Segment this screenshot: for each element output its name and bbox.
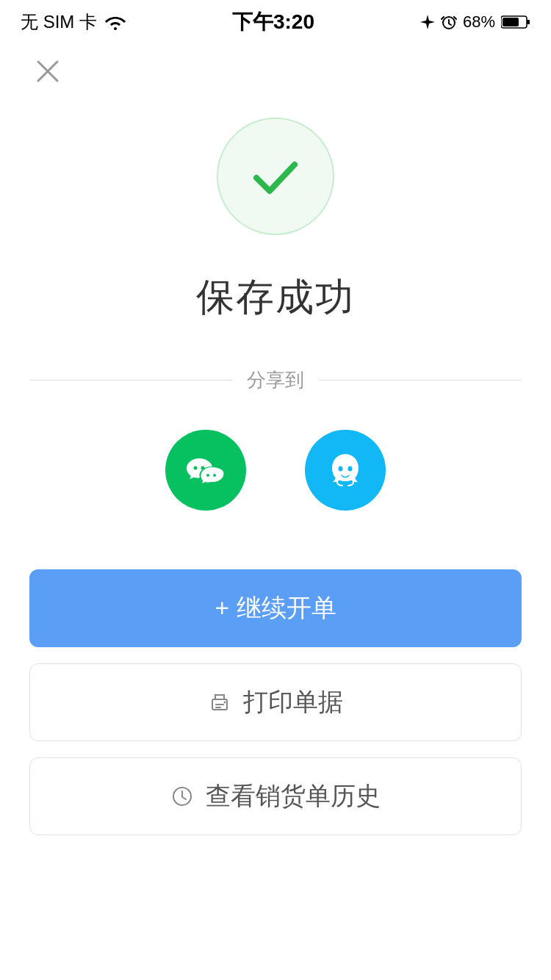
svg-point-11	[339, 466, 343, 472]
success-circle	[217, 118, 334, 235]
svg-rect-15	[215, 707, 221, 708]
battery-text: 68%	[463, 12, 495, 32]
share-icons	[29, 430, 522, 511]
svg-rect-3	[503, 18, 519, 26]
svg-rect-2	[527, 20, 530, 24]
main-content: 保存成功 分享到	[0, 44, 551, 835]
status-left: 无 SIM 卡	[21, 10, 126, 34]
success-title: 保存成功	[196, 272, 355, 323]
battery-icon	[501, 15, 530, 29]
status-right: 68%	[420, 12, 530, 32]
svg-point-9	[206, 474, 209, 477]
svg-point-7	[194, 466, 198, 470]
print-label: 打印单据	[243, 685, 343, 719]
svg-point-8	[201, 466, 205, 470]
location-icon	[420, 15, 435, 29]
wechat-icon	[183, 451, 228, 489]
share-divider: 分享到	[29, 367, 522, 393]
svg-point-10	[213, 474, 216, 477]
print-icon	[208, 691, 231, 714]
history-icon	[170, 785, 194, 808]
close-button[interactable]	[29, 53, 66, 90]
share-section: 分享到	[0, 367, 551, 569]
checkmark-icon	[246, 147, 305, 206]
svg-point-12	[348, 466, 353, 472]
action-buttons: + 继续开单 打印单据 查看销货单历史	[0, 569, 551, 835]
status-bar: 无 SIM 卡 下午3:20 68%	[0, 0, 551, 44]
continue-order-button[interactable]: + 继续开单	[29, 569, 522, 647]
history-button[interactable]: 查看销货单历史	[29, 757, 522, 835]
history-label: 查看销货单历史	[206, 779, 381, 813]
close-icon	[35, 59, 60, 84]
no-sim-text: 无 SIM 卡	[21, 10, 97, 34]
print-button[interactable]: 打印单据	[29, 663, 522, 741]
share-label: 分享到	[247, 367, 304, 393]
svg-rect-14	[215, 704, 224, 705]
status-time: 下午3:20	[232, 8, 314, 36]
wechat-share-button[interactable]	[165, 430, 246, 511]
qq-icon	[323, 448, 367, 492]
wifi-icon	[104, 14, 126, 30]
continue-order-label: + 继续开单	[215, 591, 336, 625]
qq-share-button[interactable]	[305, 430, 386, 511]
svg-point-16	[224, 702, 226, 704]
alarm-icon	[441, 14, 457, 30]
